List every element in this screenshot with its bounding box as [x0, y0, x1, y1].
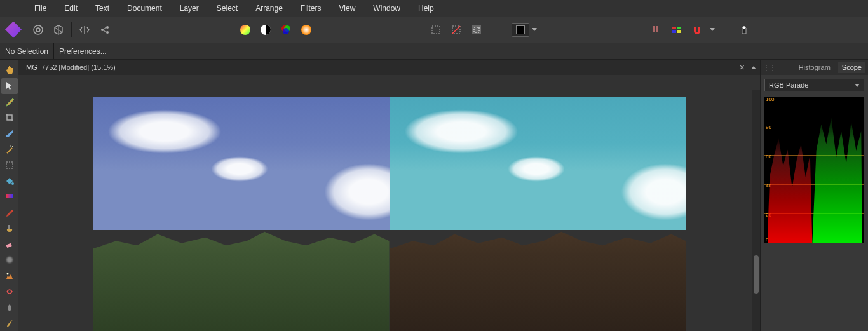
autosync-icon[interactable]	[29, 21, 47, 39]
scope-graph: 100 80 60 40 20 0	[764, 97, 864, 243]
svg-rect-35	[6, 162, 13, 168]
preferences-button[interactable]: Preferences...	[53, 43, 112, 59]
blur-tool-icon[interactable]	[1, 252, 18, 268]
selection-group	[426, 21, 487, 39]
svg-point-11	[240, 25, 250, 35]
inpainting-tool-icon[interactable]	[1, 267, 18, 283]
bw-icon[interactable]	[257, 21, 275, 39]
document-image	[93, 97, 686, 331]
marquee-tool-icon[interactable]	[1, 157, 18, 173]
menu-text[interactable]: Text	[86, 1, 118, 15]
svg-rect-37	[6, 194, 13, 198]
svg-line-32	[7, 148, 12, 153]
menu-arrange[interactable]: Arrange	[247, 1, 292, 15]
clone-tool-icon[interactable]	[1, 220, 18, 236]
tuxedo-icon[interactable]	[735, 21, 753, 39]
green-channel-trace	[812, 111, 862, 243]
adjustments-group	[235, 21, 316, 39]
menu-edit[interactable]: Edit	[55, 1, 86, 15]
tab-scope[interactable]: Scope	[838, 62, 865, 73]
grid-icon[interactable]	[648, 21, 665, 39]
marquee-icon[interactable]	[427, 21, 445, 39]
hsl-icon[interactable]	[236, 21, 254, 39]
swatch-dropdown-icon[interactable]	[532, 28, 537, 31]
magic-wand-tool-icon[interactable]	[1, 141, 18, 157]
selection-status: No Selection	[0, 47, 53, 56]
document-tab[interactable]: _MG_7752 [Modified] (15.1%)	[22, 64, 116, 71]
panel-tab-bar: ⋮⋮ Histogram Scope	[761, 60, 868, 75]
fill-tool-icon[interactable]	[1, 173, 18, 189]
svg-rect-28	[672, 30, 676, 33]
pen-tool-icon[interactable]	[1, 205, 18, 220]
tools-panel	[0, 60, 18, 331]
mirror-icon[interactable]	[76, 21, 93, 39]
brush-tool-icon[interactable]	[1, 126, 18, 142]
canvas-viewport[interactable]	[18, 75, 760, 331]
menu-window[interactable]: Window	[364, 1, 409, 15]
snap-group	[646, 21, 715, 39]
main-area: _MG_7752 [Modified] (15.1%) ×	[0, 60, 868, 331]
chevron-down-icon	[855, 84, 860, 87]
svg-rect-20	[472, 25, 481, 34]
svg-rect-27	[677, 27, 681, 29]
svg-point-40	[6, 257, 13, 263]
invert-selection-icon[interactable]	[468, 21, 485, 39]
svg-point-15	[283, 28, 289, 34]
svg-point-34	[10, 145, 11, 146]
collapse-arrow-icon[interactable]	[751, 66, 756, 69]
menu-document[interactable]: Document	[118, 1, 171, 15]
svg-rect-22	[653, 26, 655, 29]
gradient-tool-icon[interactable]	[1, 189, 18, 205]
svg-point-1	[36, 28, 40, 32]
snap-dropdown-icon[interactable]	[710, 28, 715, 31]
svg-rect-24	[653, 29, 655, 32]
eraser-tool-icon[interactable]	[1, 236, 18, 252]
dodge-tool-icon[interactable]	[1, 299, 18, 315]
scope-level: 60	[766, 154, 771, 159]
rgb-icon[interactable]	[277, 21, 295, 39]
vertical-scrollbar[interactable]	[752, 90, 760, 331]
svg-rect-23	[656, 26, 658, 29]
crop-tool-icon[interactable]	[1, 110, 18, 126]
tab-histogram[interactable]: Histogram	[795, 62, 834, 73]
swatch-group	[512, 23, 537, 37]
svg-rect-17	[432, 26, 440, 34]
healing-tool-icon[interactable]	[1, 283, 18, 299]
color-picker-tool-icon[interactable]	[1, 94, 18, 110]
smudge-tool-icon[interactable]	[1, 315, 18, 331]
close-document-icon[interactable]: ×	[740, 62, 745, 72]
flags-icon[interactable]	[668, 21, 686, 39]
menu-view[interactable]: View	[330, 1, 365, 15]
scope-mode-select[interactable]: RGB Parade	[764, 79, 864, 91]
magnet-icon[interactable]	[688, 21, 706, 39]
menu-file[interactable]: File	[25, 1, 55, 15]
menu-bar: File Edit Text Document Layer Select Arr…	[0, 0, 868, 17]
app-logo-icon	[5, 22, 22, 38]
menu-layer[interactable]: Layer	[171, 1, 208, 15]
cube-icon[interactable]	[50, 21, 67, 39]
move-tool-icon[interactable]	[1, 78, 18, 94]
menu-select[interactable]: Select	[208, 1, 247, 15]
svg-point-8	[106, 31, 109, 34]
panel-drag-icon[interactable]: ⋮⋮	[763, 64, 776, 71]
svg-point-16	[301, 25, 311, 35]
canvas-area: _MG_7752 [Modified] (15.1%) ×	[18, 60, 760, 331]
menu-help[interactable]: Help	[409, 1, 443, 15]
svg-rect-39	[6, 243, 11, 248]
hand-tool-icon[interactable]	[1, 62, 18, 78]
svg-line-9	[104, 27, 107, 29]
svg-point-33	[12, 146, 13, 147]
gradient-circle-icon[interactable]	[297, 21, 315, 39]
context-bar: No Selection Preferences...	[0, 43, 868, 60]
svg-line-10	[104, 30, 107, 32]
foreground-color-swatch[interactable]	[512, 23, 529, 37]
assistant-group	[734, 21, 754, 39]
scope-mode-label: RGB Parade	[769, 81, 808, 89]
scrollbar-thumb[interactable]	[754, 255, 759, 294]
share-icon[interactable]	[96, 21, 114, 39]
deselect-icon[interactable]	[447, 21, 465, 39]
svg-marker-31	[6, 82, 12, 90]
svg-point-0	[34, 25, 43, 34]
red-channel-trace	[768, 133, 813, 243]
menu-filters[interactable]: Filters	[292, 1, 330, 15]
